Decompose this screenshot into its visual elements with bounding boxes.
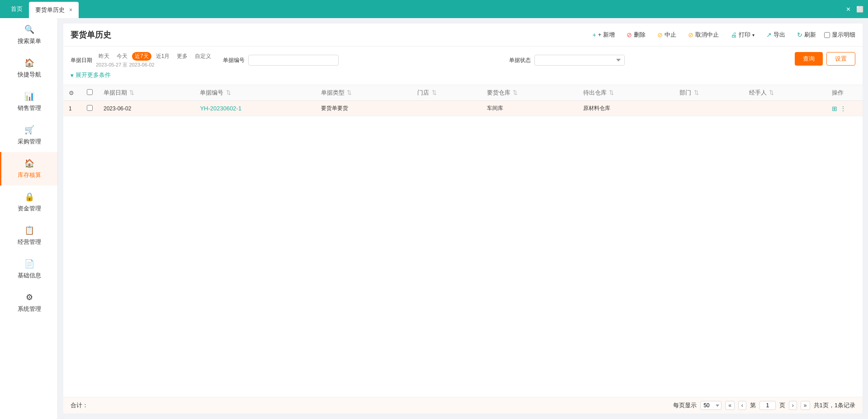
window-resize-icon[interactable]: ⬜ [856, 6, 863, 13]
th-req-warehouse-label: 要货仓库 [487, 89, 510, 96]
th-handler: 经手人 ⇅ [744, 85, 826, 101]
page-input[interactable] [760, 401, 776, 410]
print-icon: 🖨 [731, 31, 737, 38]
shortcut-7days[interactable]: 近7天 [132, 52, 151, 61]
department-sort-icon[interactable]: ⇅ [694, 89, 699, 96]
page-size-label: 每页显示 [673, 401, 697, 409]
shortcut-yesterday[interactable]: 昨天 [96, 52, 112, 61]
date-shortcuts-container: 昨天 今天 近7天 近1月 更多 自定义 [96, 52, 214, 61]
td-date: 2023-06-02 [98, 101, 194, 116]
store-sort-icon[interactable]: ⇅ [432, 89, 437, 96]
search-menu-icon: 🔍 [24, 24, 34, 34]
page-title: 要货单历史 [71, 29, 111, 40]
sidebar-item-system-label: 系统管理 [18, 305, 41, 313]
select-all-checkbox[interactable] [87, 89, 93, 95]
purchase-icon: 🛒 [24, 125, 34, 135]
th-store-label: 门店 [417, 89, 429, 96]
delete-button[interactable]: ⊘ 删除 [623, 29, 649, 41]
expand-icon: ▾ [71, 72, 74, 79]
pending-warehouse-sort-icon[interactable]: ⇅ [609, 89, 614, 96]
td-action: ⊞ ⋮ [826, 101, 863, 116]
page-label: 第 [750, 401, 756, 409]
settings-button[interactable]: 设置 [826, 52, 855, 66]
main-layout: 🔍 搜索菜单 🏠 快捷导航 📊 销售管理 🛒 采购管理 🏠 库存核算 🔒 资金管… [0, 18, 868, 419]
req-warehouse-sort-icon[interactable]: ⇅ [513, 89, 518, 96]
first-page-button[interactable]: « [725, 401, 735, 410]
status-filter: 单据状态 [509, 55, 625, 66]
cancel-stop-button[interactable]: ⊘ 取消中止 [684, 29, 722, 41]
print-dropdown-icon: ▾ [752, 33, 755, 38]
th-date-label: 单据日期 [104, 89, 127, 96]
th-handler-label: 经手人 [749, 89, 767, 96]
new-button[interactable]: + + 新增 [589, 29, 618, 41]
page-size-select[interactable]: 10 20 50 100 [700, 401, 722, 410]
basic-info-icon: 📄 [24, 259, 34, 269]
td-store [412, 101, 481, 116]
sidebar-item-finance-label: 资金管理 [18, 205, 41, 213]
shortcut-1month[interactable]: 近1月 [153, 52, 173, 61]
td-handler [744, 101, 826, 116]
sidebar-item-inventory[interactable]: 🏠 库存核算 [0, 152, 57, 186]
th-number-label: 单据编号 [200, 89, 223, 96]
sidebar-item-quick-nav[interactable]: 🏠 快捷导航 [0, 52, 57, 85]
top-bar: 首页 要货单历史 × ✕ ⬜ [0, 0, 868, 18]
stop-icon: ⊘ [657, 31, 663, 38]
shortcut-custom[interactable]: 自定义 [192, 52, 214, 61]
row-view-button[interactable]: ⊞ [832, 105, 837, 112]
top-bar-right: ✕ ⬜ [846, 6, 863, 13]
next-page-button[interactable]: › [789, 401, 797, 410]
td-number: YH-20230602-1 [194, 101, 316, 116]
prev-page-button[interactable]: ‹ [738, 401, 746, 410]
export-button[interactable]: ↗ 导出 [763, 29, 789, 41]
stop-button[interactable]: ⊘ 中止 [654, 29, 680, 41]
last-page-button[interactable]: » [801, 401, 810, 410]
query-button[interactable]: 查询 [795, 52, 823, 66]
row-checkbox[interactable] [87, 105, 93, 111]
expand-more[interactable]: ▾ 展开更多条件 [71, 71, 855, 79]
order-no-filter: 单据编号 [223, 55, 339, 66]
table-settings-icon[interactable]: ⚙ [69, 90, 74, 96]
tab-home[interactable]: 首页 [5, 0, 29, 18]
sidebar-item-operations[interactable]: 📋 经营管理 [0, 219, 57, 252]
total-info: 共1页，1条记录 [814, 401, 855, 409]
tab-requisition-history[interactable]: 要货单历史 × [29, 2, 79, 18]
status-select[interactable] [534, 55, 625, 66]
sidebar-item-search-menu[interactable]: 🔍 搜索菜单 [0, 18, 57, 52]
td-index: 1 [63, 101, 81, 116]
show-detail-checkbox[interactable] [824, 32, 830, 38]
date-sort-icon[interactable]: ⇅ [129, 89, 134, 96]
tab-close-icon[interactable]: × [69, 7, 72, 13]
th-action: 操作 [826, 85, 863, 101]
refresh-icon: ↻ [797, 31, 802, 38]
sidebar-item-basic-info[interactable]: 📄 基础信息 [0, 252, 57, 286]
print-button[interactable]: 🖨 打印 ▾ [727, 29, 758, 41]
sidebar-item-search-menu-label: 搜索菜单 [18, 37, 41, 45]
new-icon: + [593, 31, 596, 38]
number-sort-icon[interactable]: ⇅ [226, 89, 231, 96]
sidebar-item-purchase[interactable]: 🛒 采购管理 [0, 119, 57, 152]
type-sort-icon[interactable]: ⇅ [347, 89, 352, 96]
th-pending-warehouse-label: 待出仓库 [583, 89, 607, 96]
th-settings[interactable]: ⚙ [63, 85, 81, 101]
shortcut-more[interactable]: 更多 [174, 52, 190, 61]
sidebar-item-sales[interactable]: 📊 销售管理 [0, 85, 57, 119]
show-detail-checkbox-container[interactable]: 显示明细 [824, 31, 855, 39]
sales-icon: 📊 [24, 91, 34, 101]
quick-nav-icon: 🏠 [24, 58, 34, 68]
date-range-display: 2023-05-27 至 2023-06-02 [96, 62, 214, 68]
window-close-icon[interactable]: ✕ [846, 6, 851, 13]
table-area: ⚙ 单据日期 ⇅ 单据编号 ⇅ [63, 85, 863, 397]
expand-label: 展开更多条件 [75, 71, 111, 79]
row-more-button[interactable]: ⋮ [840, 105, 846, 112]
order-no-input[interactable] [248, 55, 339, 66]
th-pending-warehouse: 待出仓库 ⇅ [578, 85, 674, 101]
sidebar-item-finance[interactable]: 🔒 资金管理 [0, 186, 57, 219]
refresh-button[interactable]: ↻ 刷新 [793, 29, 820, 41]
sidebar-item-sales-label: 销售管理 [18, 104, 41, 112]
sidebar-item-system[interactable]: ⚙ 系统管理 [0, 286, 57, 319]
handler-sort-icon[interactable]: ⇅ [769, 89, 774, 96]
table-row: 1 2023-06-02 YH-20230602-1 要货单要货 车间库 [63, 101, 863, 116]
shortcut-today[interactable]: 今天 [114, 52, 130, 61]
th-req-warehouse: 要货仓库 ⇅ [481, 85, 578, 101]
row-number-link[interactable]: YH-20230602-1 [200, 105, 241, 112]
